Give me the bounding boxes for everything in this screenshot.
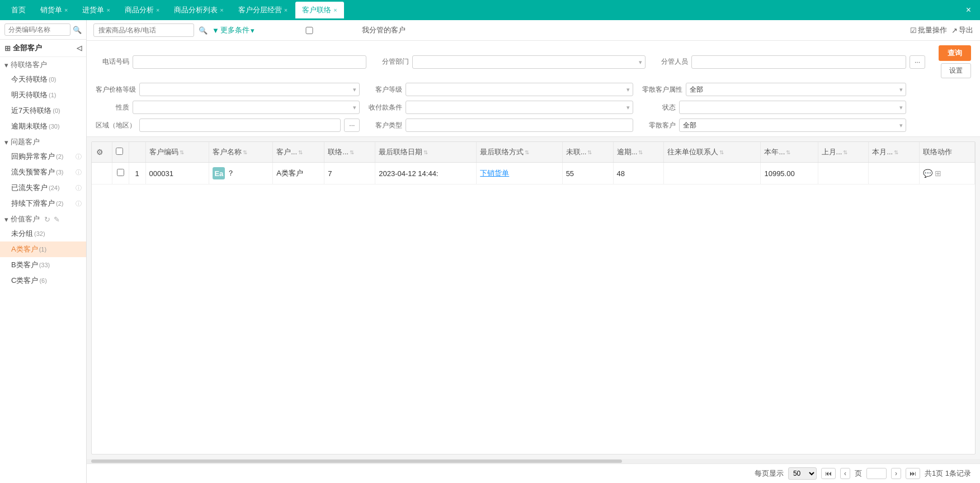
tab-product-list[interactable]: 商品分析列表 × <box>167 2 230 18</box>
tab-customer-contact[interactable]: 客户联络 × <box>295 2 343 18</box>
sort-icon-this-year[interactable]: ⇅ <box>786 149 790 155</box>
filter-bar: 🔍 ▼ 更多条件 ▾ 我分管的客户 ☑ 批量操作 ↗ 导出 <box>87 20 980 41</box>
filter-region-dots-btn[interactable]: ··· <box>344 119 360 132</box>
customer-table-container: ⚙ 客户编码 ⇅ <box>91 141 976 454</box>
filter-customer-type-input[interactable] <box>406 119 633 132</box>
query-button[interactable]: 查询 <box>939 45 971 61</box>
filter-region-input[interactable] <box>139 119 341 132</box>
customer-name-cell: Ea ？ <box>213 167 269 179</box>
th-code: 客户编码 ⇅ <box>145 142 209 163</box>
sidebar-item-class-c[interactable]: C类客户(6) <box>0 273 86 288</box>
tab-home[interactable]: 首页 <box>4 2 32 18</box>
scroll-thumb[interactable] <box>91 460 622 463</box>
sidebar-item-repurchase-abnormal[interactable]: 回购异常客户(2) ⓘ <box>0 149 86 164</box>
column-settings-button[interactable]: ⚙ <box>95 146 105 158</box>
sort-icon-last-month[interactable]: ⇅ <box>843 149 847 155</box>
td-category: A类客户 <box>273 163 324 184</box>
mine-filter-checkbox[interactable] <box>259 27 360 34</box>
filter-retail-attr-select[interactable]: 全部 <box>686 83 906 96</box>
sidebar-item-class-b[interactable]: B类客户(33) <box>0 257 86 273</box>
sidebar-item-today-pending[interactable]: 今天待联络(0) <box>0 72 86 87</box>
sort-icon-name[interactable]: ⇅ <box>243 149 247 155</box>
sidebar-item-churned[interactable]: 已流失客户(24) ⓘ <box>0 180 86 196</box>
sidebar-item-churn-warning[interactable]: 流失预警客户(3) ⓘ <box>0 164 86 180</box>
filter-region-label: 区域（地区） <box>96 121 136 130</box>
filter-customer-level-select[interactable] <box>406 83 633 96</box>
batch-operation-button[interactable]: ☑ 批量操作 <box>910 25 947 35</box>
td-last-date: 2023-04-12 14:44: <box>375 163 477 184</box>
sidebar-item-ungrouped[interactable]: 未分组(32) <box>0 226 86 242</box>
filter-region: 区域（地区） ··· <box>96 119 360 132</box>
sort-icon-code[interactable]: ⇅ <box>180 149 184 155</box>
tab-sales-close[interactable]: × <box>64 7 68 13</box>
sidebar-search-input[interactable] <box>4 23 70 36</box>
filter-row-3: 性质 收付款条件 状态 <box>96 101 971 114</box>
value-group-edit-icon[interactable]: ✎ <box>54 215 60 224</box>
page-number-input[interactable]: 1 <box>866 468 887 479</box>
value-group-refresh-icon[interactable]: ↻ <box>44 215 50 224</box>
tab-purchase[interactable]: 进货单 × <box>76 2 116 18</box>
sidebar-collapse-icon[interactable]: ◁ <box>77 44 82 52</box>
tab-sales[interactable]: 销货单 × <box>34 2 74 18</box>
sort-icon-overdue[interactable]: ⇅ <box>638 149 643 155</box>
filter-payment-label: 收付款条件 <box>369 103 402 112</box>
filter-retail-select[interactable]: 全部 <box>679 119 906 132</box>
setting-button[interactable]: 设置 <box>941 63 971 78</box>
sort-icon-this-month[interactable]: ⇅ <box>894 149 898 155</box>
filter-dept-select[interactable] <box>412 55 646 69</box>
tab-customer-segment-close[interactable]: × <box>284 7 288 13</box>
tab-product-analysis-close[interactable]: × <box>156 7 159 13</box>
mine-filter-checkbox-label[interactable]: 我分管的客户 <box>259 25 406 35</box>
tab-customer-contact-close[interactable]: × <box>333 7 337 13</box>
next-page-button[interactable]: › <box>891 468 901 479</box>
filter-payment-select[interactable] <box>406 101 633 114</box>
filter-actions: ☑ 批量操作 ↗ 导出 <box>910 25 973 35</box>
filter-nature-select[interactable] <box>133 101 360 114</box>
tab-purchase-close[interactable]: × <box>106 7 110 13</box>
tab-product-list-close[interactable]: × <box>220 7 223 13</box>
info-icon-3: ⓘ <box>76 184 82 192</box>
filter-more-button[interactable]: ▼ 更多条件 ▾ <box>212 25 255 35</box>
first-page-button[interactable]: ⏮ <box>821 468 836 479</box>
sort-icon-contact[interactable]: ⇅ <box>350 149 354 155</box>
per-page-select[interactable]: 50 100 200 <box>788 467 817 480</box>
th-this-year: 本年... ⇅ <box>761 142 818 163</box>
export-button[interactable]: ↗ 导出 <box>951 25 973 35</box>
sort-icon-last-method[interactable]: ⇅ <box>525 149 529 155</box>
close-all-tabs-button[interactable]: × <box>962 5 976 15</box>
qr-action-icon[interactable]: ⊞ <box>935 169 941 178</box>
filter-customer-type: 客户类型 <box>369 119 633 132</box>
prev-page-button[interactable]: ‹ <box>840 468 850 479</box>
export-icon: ↗ <box>951 26 958 35</box>
horizontal-scrollbar[interactable] <box>87 459 980 463</box>
sidebar-group-pending[interactable]: ▾ 待联络客户 <box>0 57 86 72</box>
chat-action-icon[interactable]: 💬 <box>923 169 932 178</box>
advanced-filter-panel: 电话号码 分管部门 分管人员 ··· 查询 设置 <box>87 41 980 137</box>
search-input[interactable] <box>93 23 194 37</box>
tab-customer-segment[interactable]: 客户分层经营 × <box>232 2 294 18</box>
last-method-link[interactable]: 下销货单 <box>480 169 509 177</box>
sort-icon-last-date[interactable]: ⇅ <box>423 149 428 155</box>
sidebar-item-class-a[interactable]: A类客户(1) <box>0 242 86 257</box>
filter-person-input[interactable] <box>691 55 906 69</box>
sidebar-group-value[interactable]: ▾ 价值客户 ↻ ✎ <box>0 211 86 226</box>
filter-search-icon[interactable]: 🔍 <box>199 26 208 35</box>
sort-icon-visit-contact[interactable]: ⇅ <box>719 149 724 155</box>
filter-status-select[interactable] <box>679 101 906 114</box>
sort-icon-no-contact[interactable]: ⇅ <box>587 149 592 155</box>
tab-product-analysis[interactable]: 商品分析 × <box>118 2 166 18</box>
sidebar-item-declining[interactable]: 持续下滑客户(2) ⓘ <box>0 196 86 211</box>
filter-phone-input[interactable] <box>133 55 366 69</box>
sidebar-group-problem[interactable]: ▾ 问题客户 <box>0 134 86 149</box>
sidebar-item-7days-pending[interactable]: 近7天待联络(0) <box>0 103 86 119</box>
sidebar-item-tomorrow-pending[interactable]: 明天待联络(1) <box>0 87 86 103</box>
filter-person-dots-btn[interactable]: ··· <box>910 55 925 69</box>
last-page-button[interactable]: ⏭ <box>906 468 920 479</box>
sidebar-item-overdue-contact[interactable]: 逾期未联络(30) <box>0 119 86 134</box>
filter-row-4: 区域（地区） ··· 客户类型 零散客户 全部 <box>96 119 971 132</box>
filter-price-level-select[interactable] <box>139 83 360 96</box>
select-all-checkbox[interactable] <box>116 148 123 155</box>
sidebar-search-icon[interactable]: 🔍 <box>73 26 82 34</box>
row-checkbox[interactable] <box>117 169 124 176</box>
sort-icon-category[interactable]: ⇅ <box>298 149 303 155</box>
